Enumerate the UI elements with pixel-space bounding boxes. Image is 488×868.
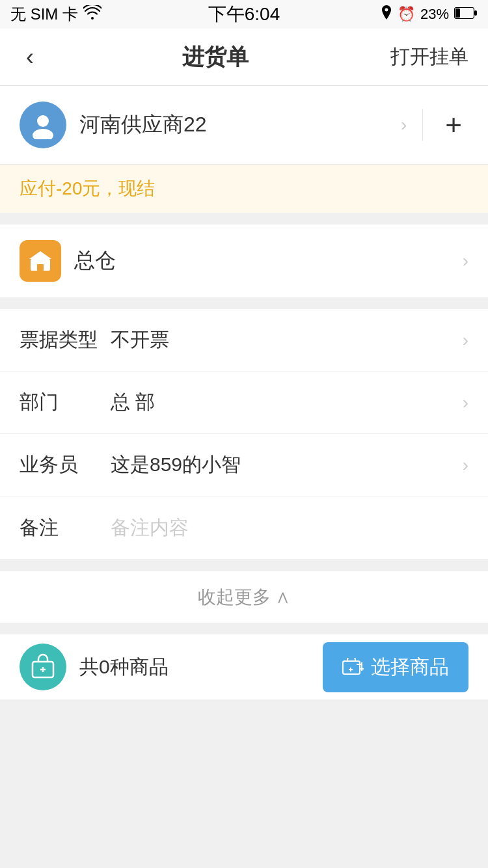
page-title: 进货单: [182, 42, 249, 72]
warehouse-chevron-icon: ›: [463, 251, 468, 271]
alarm-icon: ⏰: [398, 6, 415, 23]
status-bar: 无 SIM 卡 下午6:04 ⏰ 23%: [0, 0, 488, 29]
salesperson-label: 业务员: [20, 452, 111, 478]
salesperson-row[interactable]: 业务员 这是859的小智 ›: [0, 434, 488, 496]
svg-rect-1: [455, 8, 460, 18]
svg-marker-6: [29, 251, 51, 259]
salesperson-value: 这是859的小智: [111, 452, 463, 478]
warehouse-row[interactable]: 总仓 ›: [0, 224, 488, 297]
nav-bar: ‹ 进货单 打开挂单: [0, 29, 488, 86]
remark-label: 备注: [20, 515, 111, 541]
product-icon-wrap: [20, 644, 66, 690]
salesperson-chevron-icon: ›: [463, 455, 468, 476]
svg-point-4: [33, 129, 53, 139]
product-count: 共0种商品: [79, 654, 323, 681]
supplier-name: 河南供应商22: [79, 111, 401, 139]
status-time: 下午6:04: [208, 2, 280, 27]
page-background: [0, 699, 488, 868]
department-row[interactable]: 部门 总 部 ›: [0, 372, 488, 434]
payment-notice: 应付-20元，现结: [0, 165, 488, 213]
department-chevron-icon: ›: [463, 392, 468, 413]
warehouse-name: 总仓: [74, 247, 463, 275]
supplier-chevron-icon: ›: [401, 115, 407, 135]
select-product-button[interactable]: 选择商品: [323, 642, 468, 692]
carrier-text: 无 SIM 卡: [10, 4, 78, 25]
remark-row[interactable]: 备注 备注内容: [0, 496, 488, 559]
wifi-icon: [83, 5, 102, 23]
invoice-chevron-icon: ›: [463, 330, 468, 351]
collapse-bar[interactable]: 收起更多 ∧: [0, 571, 488, 623]
svg-point-3: [37, 115, 49, 127]
add-supplier-button[interactable]: +: [439, 109, 468, 141]
select-product-label: 选择商品: [371, 654, 449, 681]
supplier-row[interactable]: 河南供应商22 › +: [0, 86, 488, 165]
warehouse-card: 总仓 ›: [0, 224, 488, 297]
battery-percent: 23%: [420, 6, 449, 23]
svg-rect-7: [37, 264, 44, 271]
battery-icon: [454, 6, 478, 23]
remark-input[interactable]: 备注内容: [111, 515, 468, 541]
department-value: 总 部: [111, 389, 463, 416]
product-bar: 共0种商品 选择商品: [0, 634, 488, 699]
form-section: 票据类型 不开票 › 部门 总 部 › 业务员 这是859的小智 › 备注 备注…: [0, 309, 488, 559]
main-content: 河南供应商22 › + 应付-20元，现结 总仓 › 票据类型 不开票 ›: [0, 86, 488, 868]
collapse-label: 收起更多 ∧: [198, 585, 291, 610]
open-pending-button[interactable]: 打开挂单: [390, 44, 468, 70]
location-icon: [381, 5, 392, 23]
supplier-card: 河南供应商22 › + 应付-20元，现结: [0, 86, 488, 213]
svg-rect-2: [474, 10, 477, 16]
invoice-value: 不开票: [111, 327, 463, 353]
supplier-avatar: [20, 102, 66, 148]
status-left: 无 SIM 卡: [10, 4, 102, 25]
department-label: 部门: [20, 389, 111, 416]
vertical-divider: [422, 109, 423, 141]
back-button[interactable]: ‹: [20, 37, 40, 77]
invoice-row[interactable]: 票据类型 不开票 ›: [0, 309, 488, 372]
invoice-label: 票据类型: [20, 327, 111, 353]
warehouse-icon-wrap: [20, 240, 61, 282]
status-right: ⏰ 23%: [381, 5, 478, 23]
